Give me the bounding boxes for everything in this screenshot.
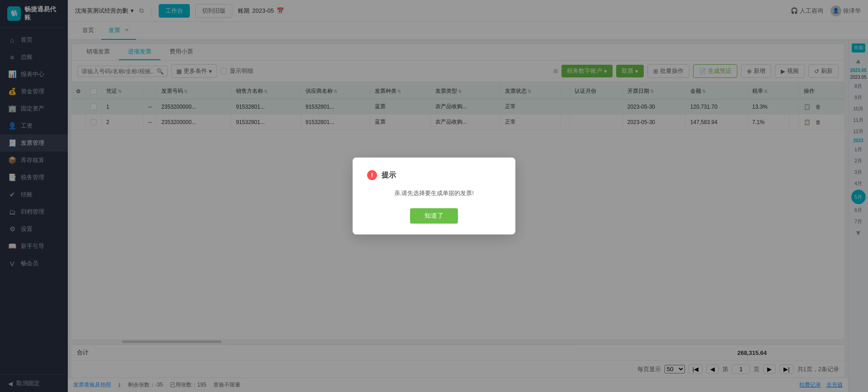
modal-body: 亲,请先选择要生成单据的发票! bbox=[367, 189, 501, 197]
modal-ok-button[interactable]: 知道了 bbox=[410, 208, 458, 224]
modal-footer: 知道了 bbox=[367, 208, 501, 224]
modal-dialog: ! 提示 亲,请先选择要生成单据的发票! 知道了 bbox=[353, 158, 515, 234]
modal-overlay: ! 提示 亲,请先选择要生成单据的发票! 知道了 bbox=[0, 0, 868, 392]
modal-title: 提示 bbox=[382, 171, 396, 180]
modal-title-row: ! 提示 bbox=[367, 170, 501, 180]
modal-warning-icon: ! bbox=[367, 170, 377, 180]
